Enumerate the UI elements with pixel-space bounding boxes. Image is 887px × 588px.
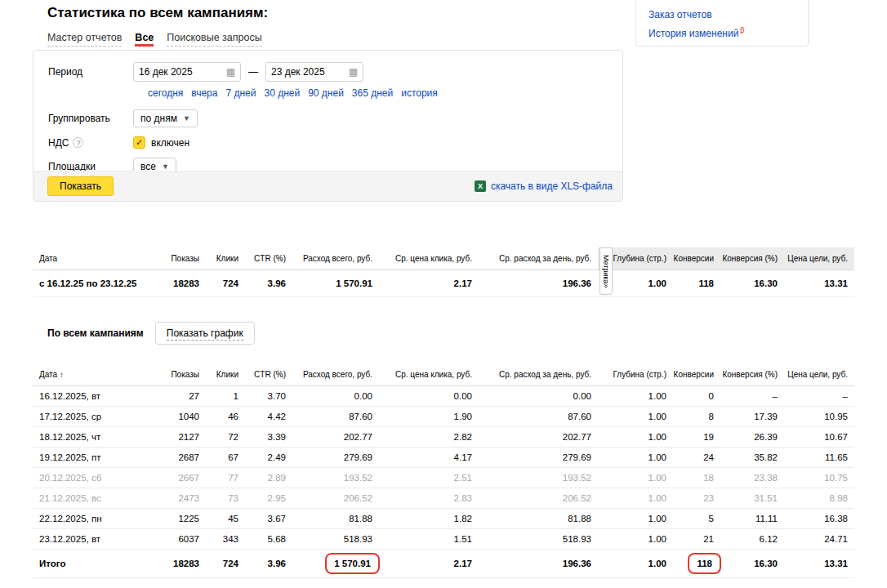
row-value: 31.51	[720, 488, 784, 509]
row-value: 11.11	[720, 509, 784, 529]
summary-table: ДатаПоказыКликиCTR (%)Расход всего, руб.…	[33, 247, 854, 297]
detail-column-header: CTR (%)	[245, 363, 292, 386]
row-value: 21	[673, 529, 720, 550]
reports-panel: Заказ отчетов История измененийβ	[635, 0, 809, 47]
row-value: 10.75	[784, 468, 854, 488]
summary-row-value: 2.17	[379, 270, 479, 297]
date-to-input[interactable]: 23 дек 2025 ▦	[265, 62, 363, 82]
detail-column-header: Ср. цена клика, руб.	[379, 363, 479, 386]
row-value: 72	[206, 427, 245, 448]
chevron-down-icon: ▼	[183, 114, 190, 122]
row-value: 2.89	[245, 468, 292, 488]
row-value: 0	[673, 386, 720, 407]
row-value: 19	[673, 427, 720, 448]
xls-link[interactable]: скачать в виде XLS-файла	[491, 180, 613, 192]
group-by-select[interactable]: по дням ▼	[133, 109, 198, 127]
total-value: 118	[673, 550, 720, 578]
change-history-link[interactable]: История измененийβ	[649, 26, 808, 39]
row-value: 73	[206, 488, 245, 509]
summary-column-header: Цена цели, руб.	[784, 247, 854, 270]
row-value: 1.00	[598, 488, 673, 509]
summary-column-header: Ср. цена клика, руб.	[379, 247, 479, 270]
total-value: 1 570.91	[292, 550, 379, 578]
quick-range-link[interactable]: история	[401, 87, 438, 99]
row-value: –	[720, 386, 784, 407]
calendar-icon[interactable]: ▦	[349, 67, 358, 77]
detail-column-header: Глубина (стр.)	[598, 363, 673, 386]
row-value: 0.00	[479, 386, 598, 407]
quick-range-link[interactable]: 90 дней	[308, 87, 344, 99]
row-value: 81.88	[292, 509, 379, 529]
metrika-tab[interactable]: Метрика»	[600, 247, 613, 295]
total-value: 18283	[163, 550, 206, 578]
quick-range-link[interactable]: вчера	[191, 87, 217, 99]
summary-header-row: ДатаПоказыКликиCTR (%)Расход всего, руб.…	[33, 247, 854, 270]
row-value: 5	[673, 509, 720, 529]
detail-table: Дата↑ПоказыКликиCTR (%)Расход всего, руб…	[33, 363, 854, 578]
quick-range-link[interactable]: сегодня	[148, 87, 183, 99]
row-value: 87.60	[479, 407, 598, 427]
summary-column-header: Показы	[163, 247, 206, 270]
total-row: Итого182837243.961 570.912.17196.361.001…	[33, 550, 854, 578]
highlight-box: 1 570.91	[325, 553, 380, 574]
period-row: Период 16 дек 2025 ▦ — 23 дек 2025 ▦	[48, 62, 622, 82]
summary-row-value: 16.30	[720, 270, 784, 297]
tab-active[interactable]: Все	[135, 32, 154, 47]
row-value: 1.82	[379, 509, 479, 529]
filter-footer: Показать X скачать в виде XLS-файла	[33, 171, 622, 201]
row-value: 2.82	[379, 427, 479, 448]
row-value: 6037	[163, 529, 206, 550]
row-value: 279.69	[479, 448, 598, 468]
period-label: Период	[48, 66, 133, 78]
calendar-icon[interactable]: ▦	[226, 67, 235, 77]
total-value: 3.96	[245, 550, 292, 578]
quick-range-link[interactable]: 7 дней	[225, 87, 256, 99]
vat-checkbox-label[interactable]: включен	[151, 137, 189, 149]
row-value: 3.70	[245, 386, 292, 407]
row-date: 22.12.2025, пн	[33, 509, 163, 529]
row-value: 193.52	[479, 468, 598, 488]
xls-download[interactable]: X скачать в виде XLS-файла	[475, 180, 613, 192]
row-value: 2.49	[245, 448, 292, 468]
row-value: 2473	[163, 488, 206, 509]
order-reports-link[interactable]: Заказ отчетов	[649, 9, 808, 20]
row-value: 46	[206, 407, 245, 427]
tab-item[interactable]: Поисковые запросы	[167, 32, 261, 47]
row-value: 0.00	[292, 386, 379, 407]
tab-item[interactable]: Мастер отчетов	[47, 32, 122, 47]
show-button[interactable]: Показать	[47, 176, 114, 196]
detail-column-header: Расход всего, руб.	[292, 363, 379, 386]
row-value: 2.51	[379, 468, 479, 488]
row-value: 1.51	[379, 529, 479, 550]
summary-row-value: 1 570.91	[292, 270, 379, 297]
detail-column-header-date[interactable]: Дата↑	[33, 363, 163, 386]
row-value: 1225	[163, 509, 206, 529]
table-row: 21.12.2025, вс2473732.95206.522.83206.52…	[33, 488, 854, 509]
row-value: 1	[206, 386, 245, 407]
date-from-input[interactable]: 16 дек 2025 ▦	[133, 62, 241, 82]
summary-column-header: Конверсия (%)	[720, 247, 784, 270]
row-value: 193.52	[292, 468, 379, 488]
sort-asc-icon: ↑	[60, 371, 64, 379]
total-value: 196.36	[479, 550, 598, 578]
summary-column-header: CTR (%)	[245, 247, 292, 270]
total-value: 724	[206, 550, 245, 578]
row-value: 6.12	[720, 529, 784, 550]
summary-column-header: Конверсии	[673, 247, 720, 270]
row-value: 206.52	[292, 488, 379, 509]
group-row: Группировать по дням ▼	[48, 109, 622, 127]
help-icon[interactable]: ?	[73, 137, 83, 148]
quick-range-link[interactable]: 30 дней	[264, 87, 300, 99]
excel-icon: X	[475, 180, 486, 192]
quick-range-link[interactable]: 365 дней	[352, 87, 393, 99]
show-chart-button[interactable]: Показать график	[155, 322, 255, 345]
table-row: 23.12.2025, вт60373435.68518.931.51518.9…	[33, 529, 854, 550]
date-from-value: 16 дек 2025	[139, 66, 193, 78]
row-value: 1.00	[598, 386, 673, 407]
row-date: 17.12.2025, ср	[33, 407, 163, 427]
vat-checkbox[interactable]: ✓	[133, 136, 145, 149]
vat-label-text: НДС	[48, 137, 69, 149]
row-date: 21.12.2025, вс	[33, 488, 163, 509]
row-value: 2127	[163, 427, 206, 448]
chevron-down-icon: ▼	[162, 163, 169, 171]
